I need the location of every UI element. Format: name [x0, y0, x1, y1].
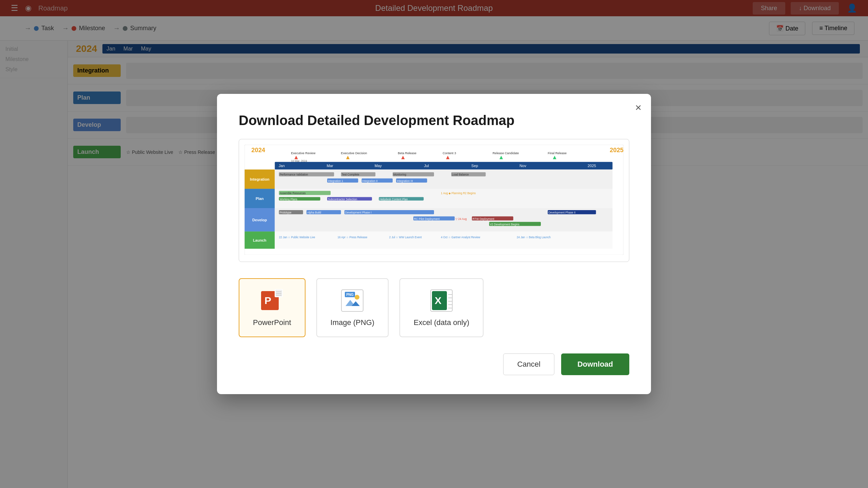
svg-text:PNG: PNG: [346, 293, 354, 297]
svg-text:Jan: Jan: [279, 164, 285, 168]
svg-text:Beta Release: Beta Release: [398, 151, 416, 155]
png-svg-icon: PNG: [340, 288, 364, 313]
svg-text:Subcontractor Selection: Subcontractor Selection: [328, 198, 357, 201]
format-label-png: Image (PNG): [331, 318, 375, 327]
svg-text:16 Apr ☆ Press Release: 16 Apr ☆ Press Release: [337, 236, 367, 239]
svg-text:RC Pilot Deployment: RC Pilot Deployment: [414, 217, 440, 220]
svg-marker-13: [553, 156, 556, 159]
svg-text:Integration: Integration: [250, 177, 270, 181]
svg-text:Plan: Plan: [256, 196, 264, 200]
svg-point-91: [355, 295, 359, 300]
svg-text:Assemble Resources: Assemble Resources: [280, 192, 306, 195]
svg-text:Working Plans: Working Plans: [280, 198, 297, 201]
excel-svg-icon: X: [429, 288, 454, 313]
svg-text:Alpha Build: Alpha Build: [307, 211, 321, 214]
svg-text:Nov: Nov: [519, 164, 526, 168]
svg-text:Development Phase II: Development Phase II: [548, 211, 575, 214]
modal-close-button[interactable]: ×: [635, 102, 642, 113]
svg-marker-9: [446, 156, 450, 159]
format-options: P PowerPoint: [239, 278, 629, 337]
svg-marker-11: [499, 156, 503, 159]
download-modal: × Download Detailed Development Roadmap …: [217, 94, 651, 394]
modal-title: Download Detailed Development Roadmap: [239, 113, 629, 128]
svg-text:2 Jul ☆ WW Launch Event: 2 Jul ☆ WW Launch Event: [389, 236, 422, 239]
svg-text:22 Jan ☆ Public Website Live: 22 Jan ☆ Public Website Live: [279, 236, 315, 239]
svg-text:Load Balance: Load Balance: [452, 173, 469, 176]
svg-text:Performance Validation: Performance Validation: [280, 173, 308, 176]
cancel-button[interactable]: Cancel: [503, 353, 554, 375]
modal-footer: Cancel Download: [239, 353, 629, 375]
svg-marker-7: [401, 156, 405, 159]
svg-text:Integration III: Integration III: [397, 180, 413, 183]
svg-marker-5: [346, 156, 350, 159]
format-label-powerpoint: PowerPoint: [253, 318, 291, 327]
preview-container: 2024 2025 Executive Review 10 Mar, 2024 …: [239, 139, 629, 262]
svg-text:2025: 2025: [588, 164, 596, 168]
svg-text:1 Aug ◆ Planning R2 Begins: 1 Aug ◆ Planning R2 Begins: [441, 192, 476, 195]
excel-icon: X: [429, 288, 454, 313]
svg-text:Integration II: Integration II: [362, 180, 378, 183]
format-option-powerpoint[interactable]: P PowerPoint: [239, 278, 305, 337]
powerpoint-icon: P: [260, 288, 284, 313]
svg-rect-72: [275, 231, 612, 249]
format-option-excel[interactable]: X Excel (data only): [399, 278, 484, 337]
svg-marker-2: [294, 156, 298, 159]
svg-text:Develop: Develop: [252, 218, 267, 222]
svg-text:Executive Decision: Executive Decision: [341, 151, 367, 155]
svg-text:Mar: Mar: [327, 164, 333, 168]
svg-text:Prototype: Prototype: [280, 211, 292, 214]
svg-rect-15: [275, 162, 612, 169]
svg-text:24 Jan ☆ Beta Blog Launch: 24 Jan ☆ Beta Blog Launch: [517, 236, 551, 239]
svg-text:Launch: Launch: [253, 238, 267, 242]
svg-text:2025: 2025: [610, 146, 624, 154]
svg-text:Jul: Jul: [424, 164, 429, 168]
svg-text:4 Oct ☆ Gartner Analyst Review: 4 Oct ☆ Gartner Analyst Review: [441, 236, 480, 239]
svg-text:Release Candidate: Release Candidate: [493, 151, 519, 155]
svg-text:Helpdesk Content Plan: Helpdesk Content Plan: [379, 198, 408, 201]
svg-text:Final Release: Final Release: [548, 151, 567, 155]
svg-text:P: P: [264, 295, 271, 306]
svg-text:Test Complete: Test Complete: [342, 173, 359, 176]
download-button[interactable]: Download: [561, 353, 629, 375]
svg-text:Integration 1: Integration 1: [328, 180, 343, 183]
ppt-svg-icon: P: [260, 288, 284, 313]
svg-text:X: X: [435, 295, 441, 306]
svg-text:May: May: [375, 164, 382, 168]
svg-text:RTW Deployment: RTW Deployment: [473, 217, 495, 220]
svg-text:▽ 24 Aug: ▽ 24 Aug: [455, 217, 467, 220]
format-option-png[interactable]: PNG Image (PNG): [316, 278, 389, 337]
svg-text:Content 3: Content 3: [442, 151, 456, 155]
svg-text:Sep: Sep: [471, 164, 478, 168]
preview-gantt-svg: 2024 2025 Executive Review 10 Mar, 2024 …: [244, 145, 624, 255]
svg-text:Monitoring: Monitoring: [393, 173, 406, 176]
svg-text:2024: 2024: [251, 146, 265, 154]
svg-text:Development Phase I: Development Phase I: [345, 211, 372, 214]
modal-overlay: × Download Detailed Development Roadmap …: [0, 0, 868, 488]
svg-text:Executive Review: Executive Review: [291, 151, 315, 155]
format-label-excel: Excel (data only): [414, 318, 469, 327]
svg-text:V2 Development Begins: V2 Development Begins: [490, 223, 519, 226]
png-icon: PNG: [340, 288, 364, 313]
